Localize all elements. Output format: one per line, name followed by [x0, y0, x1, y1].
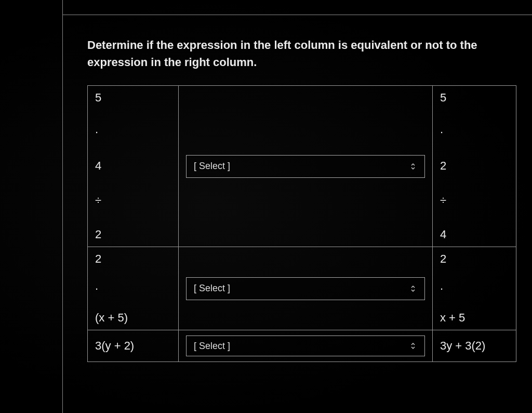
equivalence-select[interactable]: [ Select ] [186, 155, 425, 178]
expr-token: 2 [440, 252, 509, 266]
expr-token: · [95, 125, 171, 139]
expr-token: (x + 5) [95, 311, 171, 325]
select-cell: [ Select ] [179, 86, 433, 247]
equivalence-select[interactable]: [ Select ] [186, 277, 425, 300]
select-label: [ Select ] [194, 283, 230, 294]
expr-token: 4 [95, 159, 171, 173]
expr-token: · [440, 282, 509, 295]
equivalence-select[interactable]: [ Select ] [186, 335, 425, 356]
expr-token: 2 [95, 228, 171, 241]
updown-icon [409, 162, 417, 171]
expr-token: x + 5 [440, 311, 509, 325]
expr-token: 2 [440, 159, 509, 173]
expr-token: ÷ [440, 193, 509, 207]
expr-token: · [95, 282, 171, 295]
expr-token: 4 [440, 228, 509, 241]
left-expression-cell: 5 · 4 ÷ 2 [88, 86, 179, 247]
select-cell: [ Select ] [179, 247, 433, 330]
table-row: 2 · (x + 5) [ Select ] [88, 247, 516, 330]
table-row: 3(y + 2) [ Select ] 3y + 3(2) [88, 330, 516, 362]
right-expression-cell: 2 · x + 5 [433, 247, 516, 330]
right-expression-cell: 3y + 3(2) [433, 330, 516, 362]
select-label: [ Select ] [194, 341, 230, 352]
updown-icon [409, 285, 417, 293]
expr-token: 3y + 3(2) [440, 339, 509, 353]
left-expression-cell: 3(y + 2) [88, 330, 179, 362]
expr-token: · [440, 125, 509, 139]
expr-token: 5 [440, 91, 509, 105]
select-cell: [ Select ] [179, 330, 433, 362]
question-instruction: Determine if the expression in the left … [87, 36, 516, 71]
left-expression-cell: 2 · (x + 5) [88, 247, 179, 330]
expr-token: 2 [95, 252, 171, 266]
expr-token: 5 [95, 91, 171, 105]
right-expression-cell: 5 · 2 ÷ 4 [433, 86, 516, 247]
expression-table: 5 · 4 ÷ 2 [ Select ] [87, 85, 516, 362]
select-label: [ Select ] [194, 161, 230, 172]
expr-token: ÷ [95, 193, 171, 207]
table-row: 5 · 4 ÷ 2 [ Select ] [88, 86, 516, 247]
expr-token: 3(y + 2) [95, 339, 171, 353]
updown-icon [409, 342, 417, 350]
